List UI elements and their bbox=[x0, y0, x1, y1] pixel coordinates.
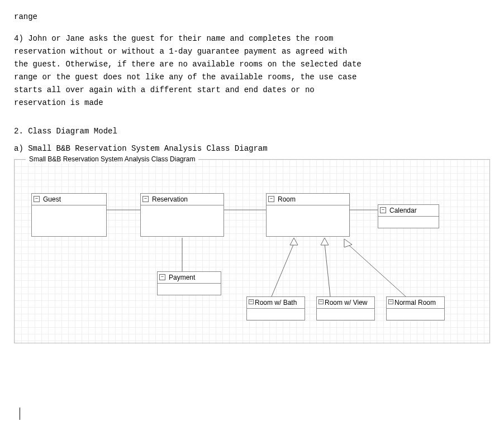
class-guest: Guest bbox=[31, 193, 107, 237]
class-calendar-label: Calendar bbox=[389, 207, 417, 214]
svg-marker-5 bbox=[290, 238, 298, 245]
class-room: Room bbox=[266, 193, 350, 237]
collapse-icon[interactable] bbox=[268, 196, 274, 202]
text-range: range bbox=[14, 11, 490, 23]
svg-line-4 bbox=[272, 243, 294, 296]
collapse-icon[interactable] bbox=[249, 299, 254, 304]
class-payment: Payment bbox=[157, 271, 221, 295]
collapse-icon[interactable] bbox=[159, 274, 165, 280]
paragraph-line-6: reservation is made bbox=[14, 97, 490, 109]
paragraph-line-5: starts all over again with a different s… bbox=[14, 84, 490, 96]
class-reservation-label: Reservation bbox=[152, 195, 188, 203]
svg-marker-9 bbox=[344, 239, 352, 247]
class-calendar: Calendar bbox=[378, 204, 439, 228]
class-room-label: Room bbox=[278, 195, 296, 203]
class-room-view-label: Room w/ View bbox=[325, 299, 367, 307]
svg-line-6 bbox=[325, 243, 330, 296]
collapse-icon[interactable] bbox=[34, 196, 40, 202]
collapse-icon[interactable] bbox=[318, 299, 324, 304]
svg-marker-7 bbox=[321, 238, 329, 245]
section-2-title: 2. Class Diagram Model bbox=[14, 126, 490, 137]
collapse-icon[interactable] bbox=[380, 207, 386, 213]
class-room-view: Room w/ View bbox=[316, 296, 375, 320]
class-guest-label: Guest bbox=[43, 195, 61, 203]
collapse-icon[interactable] bbox=[388, 299, 393, 304]
class-normal-room: Normal Room bbox=[386, 296, 445, 320]
paragraph-line-4: range or the guest does not like any of … bbox=[14, 71, 490, 83]
text-cursor bbox=[20, 408, 20, 420]
class-payment-label: Payment bbox=[169, 274, 195, 281]
collapse-icon[interactable] bbox=[142, 196, 149, 202]
diagram-title: Small B&B Reservation System Analysis Cl… bbox=[26, 155, 198, 163]
class-normal-room-label: Normal Room bbox=[394, 299, 436, 307]
paragraph-line-2: reservation without or without a 1-day g… bbox=[14, 46, 490, 58]
class-diagram: Small B&B Reservation System Analysis Cl… bbox=[14, 159, 490, 343]
svg-line-8 bbox=[347, 243, 406, 296]
paragraph-line-3: the guest. Otherwise, if there are no av… bbox=[14, 59, 490, 70]
paragraph-line-1: 4) John or Jane asks the guest for their… bbox=[14, 33, 490, 45]
section-2a-title: a) Small B&B Reservation System Analysis… bbox=[14, 143, 490, 155]
class-room-bath-label: Room w/ Bath bbox=[255, 299, 297, 307]
class-room-bath: Room w/ Bath bbox=[246, 296, 305, 320]
class-reservation: Reservation bbox=[140, 193, 224, 237]
